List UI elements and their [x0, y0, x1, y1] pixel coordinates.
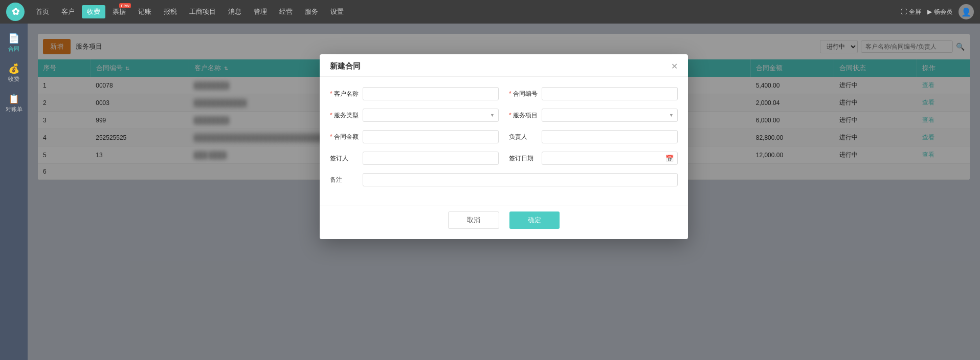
responsible-field: 负责人 — [509, 130, 678, 143]
nav-items: 首页 客户 收费 票据 new 记账 报税 工商项目 消息 管理 经营 服务 设… — [31, 5, 901, 18]
contract-amount-field: * 合同金额 0.00 — [330, 130, 499, 143]
cancel-button[interactable]: 取消 — [448, 211, 499, 229]
service-type-select-wrapper — [363, 109, 499, 122]
remark-field: 备注 — [330, 173, 678, 186]
responsible-label: 负责人 — [509, 133, 538, 141]
calendar-icon[interactable]: 📅 — [665, 155, 674, 162]
nav-services[interactable]: 服务 — [300, 5, 323, 18]
top-navigation: ✿ 首页 客户 收费 票据 new 记账 报税 工商项目 消息 管理 经营 服务… — [0, 0, 980, 24]
modal-overlay[interactable]: 新建合同 ✕ * 客户名称 — [28, 24, 980, 360]
modal-row-1: * 客户名称 * 合同编号 — [330, 87, 678, 100]
modal-row-4: 签订人 签订日期 2023-06-06 📅 — [330, 152, 678, 165]
required-star-3: * — [330, 112, 332, 119]
service-item-select[interactable] — [542, 109, 678, 122]
member-icon: ▶ — [927, 8, 932, 15]
member-button[interactable]: ▶ 畅会员 — [927, 8, 952, 16]
service-type-select[interactable] — [363, 109, 499, 122]
modal-row-3: * 合同金额 0.00 负责人 — [330, 130, 678, 143]
date-input-wrapper: 2023-06-06 📅 — [542, 152, 678, 165]
modal-row-2: * 服务类型 * 服务项目 — [330, 109, 678, 122]
modal-close-button[interactable]: ✕ — [671, 61, 678, 71]
signer-label: 签订人 — [330, 154, 359, 163]
service-item-select-wrapper — [542, 109, 678, 122]
sidebar-item-contract[interactable]: 📄 合同 — [2, 29, 26, 57]
modal-footer: 取消 确定 — [320, 205, 688, 239]
nav-business[interactable]: 工商项目 — [184, 5, 221, 18]
reconciliation-icon: 📋 — [8, 93, 19, 104]
required-star-4: * — [509, 112, 511, 119]
modal-dialog: 新建合同 ✕ * 客户名称 — [320, 54, 688, 239]
modal-title: 新建合同 — [330, 61, 361, 71]
service-type-field: * 服务类型 — [330, 109, 499, 122]
modal-body: * 客户名称 * 合同编号 — [320, 77, 688, 205]
avatar-icon: 👤 — [961, 7, 971, 17]
required-star-2: * — [509, 90, 511, 97]
nav-operations[interactable]: 经营 — [274, 5, 298, 18]
contract-amount-label: * 合同金额 — [330, 133, 359, 141]
contract-no-field: * 合同编号 — [509, 87, 678, 100]
modal-header: 新建合同 ✕ — [320, 54, 688, 77]
contract-amount-input[interactable]: 0.00 — [363, 130, 499, 143]
content-area: 新增 服务项目 进行中全部已完成已终止 🔍 序号 合同编号 ⇅ — [28, 24, 980, 360]
sign-date-input[interactable]: 2023-06-06 — [542, 152, 678, 165]
fullscreen-icon: ⛶ — [901, 8, 907, 15]
responsible-input[interactable] — [542, 130, 678, 143]
service-item-label: * 服务项目 — [509, 111, 538, 120]
nav-customer[interactable]: 客户 — [56, 5, 80, 18]
signer-field: 签订人 — [330, 152, 499, 165]
required-star: * — [330, 90, 332, 97]
nav-bookkeeping[interactable]: 记账 — [133, 5, 157, 18]
app-logo: ✿ — [6, 3, 25, 21]
signer-input[interactable] — [363, 152, 499, 165]
modal-row-5: 备注 — [330, 173, 678, 186]
customer-name-input[interactable] — [363, 87, 499, 100]
customer-name-label: * 客户名称 — [330, 90, 359, 98]
nav-settings[interactable]: 设置 — [325, 5, 349, 18]
nav-right: ⛶ 全屏 ▶ 畅会员 👤 — [901, 4, 974, 19]
contract-no-input[interactable] — [542, 87, 678, 100]
remark-label: 备注 — [330, 176, 359, 184]
nav-billing[interactable]: 收费 — [82, 5, 105, 18]
sidebar-item-reconciliation[interactable]: 📋 对账单 — [2, 89, 26, 117]
sign-date-field: 签订日期 2023-06-06 📅 — [509, 152, 678, 165]
customer-name-field: * 客户名称 — [330, 87, 499, 100]
new-badge: new — [119, 3, 131, 8]
billing-icon: 💰 — [8, 63, 19, 74]
service-type-label: * 服务类型 — [330, 111, 359, 120]
nav-tax[interactable]: 报税 — [159, 5, 182, 18]
contract-icon: 📄 — [8, 33, 19, 44]
required-star-5: * — [330, 133, 332, 140]
avatar[interactable]: 👤 — [959, 4, 974, 19]
service-item-field: * 服务项目 — [509, 109, 678, 122]
sign-date-label: 签订日期 — [509, 154, 538, 163]
contract-no-label: * 合同编号 — [509, 90, 538, 98]
nav-management[interactable]: 管理 — [249, 5, 272, 18]
remark-input[interactable] — [363, 173, 678, 186]
fullscreen-button[interactable]: ⛶ 全屏 — [901, 8, 921, 16]
confirm-button[interactable]: 确定 — [509, 211, 560, 229]
main-layout: 📄 合同 💰 收费 📋 对账单 新增 服务项目 进行中全部已完成已终止 🔍 — [0, 24, 980, 360]
sidebar: 📄 合同 💰 收费 📋 对账单 — [0, 24, 28, 360]
nav-messages[interactable]: 消息 — [223, 5, 247, 18]
nav-home[interactable]: 首页 — [31, 5, 54, 18]
sidebar-item-billing[interactable]: 💰 收费 — [2, 59, 26, 87]
nav-invoice[interactable]: 票据 new — [107, 5, 131, 18]
